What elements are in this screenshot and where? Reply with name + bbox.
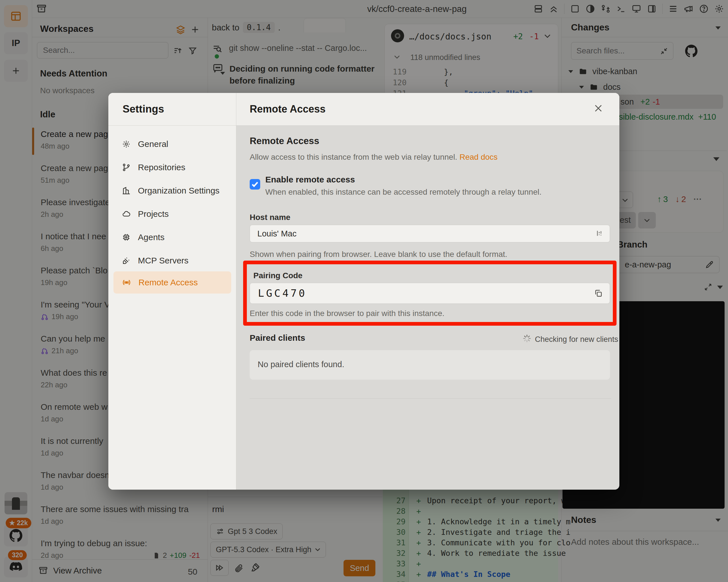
building-icon xyxy=(122,187,131,195)
plug-icon xyxy=(122,256,131,265)
host-name-input[interactable]: Louis' Mac xyxy=(250,225,610,242)
nav-item-projects[interactable]: Projects xyxy=(113,205,231,223)
section-title: Remote Access xyxy=(250,136,319,146)
pairing-code-highlight-box xyxy=(243,260,617,326)
broadcast-icon xyxy=(122,278,131,287)
paired-clients-label: Paired clients xyxy=(250,333,305,343)
settings-title: Settings xyxy=(123,103,164,115)
git-branch-icon xyxy=(122,163,131,172)
close-icon[interactable] xyxy=(593,103,603,113)
cursor-bars-icon xyxy=(595,229,603,238)
nav-item-general[interactable]: General xyxy=(113,135,231,153)
modal-content-header: Remote Access xyxy=(236,93,619,126)
modal-header-title: Remote Access xyxy=(250,103,326,115)
section-description: Allow access to this instance from the w… xyxy=(250,153,498,162)
gear-icon xyxy=(122,140,131,148)
spinner-icon xyxy=(522,334,531,343)
host-name-help: Shown when pairing from browser. Leave b… xyxy=(250,250,507,259)
content-divider xyxy=(250,398,611,399)
nav-item-mcp[interactable]: MCP Servers xyxy=(113,251,231,270)
nav-item-remote-access[interactable]: Remote Access xyxy=(113,271,231,294)
host-name-label: Host name xyxy=(250,213,290,222)
no-paired-clients-text: No paired clients found. xyxy=(258,360,344,369)
settings-nav-header: Settings xyxy=(108,93,236,126)
read-docs-link[interactable]: Read docs xyxy=(460,153,498,161)
nav-item-repositories[interactable]: Repositories xyxy=(113,158,231,176)
enable-label[interactable]: Enable remote access xyxy=(265,175,355,185)
nav-item-organization[interactable]: Organization Settings xyxy=(113,182,231,200)
paired-clients-card: No paired clients found. xyxy=(250,350,610,380)
paired-clients-status: Checking for new clients xyxy=(535,335,618,344)
nav-item-agents[interactable]: Agents xyxy=(113,228,231,246)
enable-description: When enabled, this instance can be acces… xyxy=(265,188,542,197)
cpu-icon xyxy=(122,233,131,242)
cloud-icon xyxy=(122,210,131,218)
enable-checkbox[interactable] xyxy=(250,179,260,190)
